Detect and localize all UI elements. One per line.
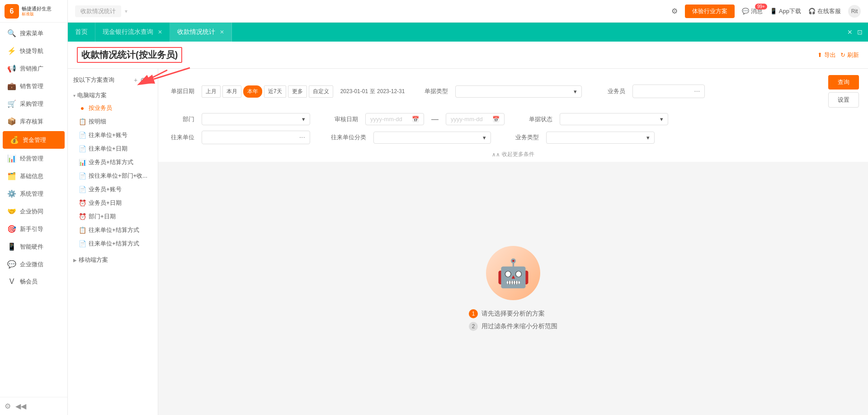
bill-status-label: 单据状态 xyxy=(525,115,552,123)
demo-button[interactable]: 体验行业方案 xyxy=(685,5,735,18)
more-dots-icon[interactable]: ··· xyxy=(694,87,700,95)
export-button[interactable]: ⬆ 导出 xyxy=(817,51,836,59)
date-btn-last-month[interactable]: 上月 xyxy=(202,85,221,98)
app-download-btn[interactable]: 📱 App下载 xyxy=(770,7,801,15)
list1-icon: 📋 xyxy=(79,226,86,234)
messages-area[interactable]: 💬 消息 99+ xyxy=(742,7,763,15)
salesperson-select[interactable]: ··· xyxy=(632,85,705,98)
scheme-item-by-salesperson[interactable]: ● 按业务员 xyxy=(68,101,158,115)
sidebar-item-sales[interactable]: 💼 销售管理 xyxy=(0,77,67,95)
dept-chevron-icon xyxy=(302,116,305,123)
sidebar-item-purchase[interactable]: 🛒 采购管理 xyxy=(0,95,67,113)
scheme-item-counterpart-dept[interactable]: 📄 按往来单位+部门+收... xyxy=(68,169,158,183)
review-date-to[interactable]: yyyy-mm-dd 📅 xyxy=(446,113,505,125)
date-btn-this-year[interactable]: 本年 xyxy=(243,85,262,98)
user-avatar[interactable]: Rit xyxy=(848,5,861,18)
scheme-item-counterpart-account[interactable]: 📄 往来单位+账号 xyxy=(68,128,158,142)
refresh-button[interactable]: ↻ 刷新 xyxy=(840,51,859,59)
breadcrumb-arrow-icon: ▾ xyxy=(125,8,127,14)
doc1-icon: 📄 xyxy=(79,132,86,139)
scheme-group-desktop-title[interactable]: ▾ 电脑端方案 xyxy=(68,90,158,101)
member-icon: V xyxy=(7,278,16,286)
dept-select[interactable] xyxy=(202,113,310,125)
sidebar-item-operation[interactable]: 📊 经营管理 xyxy=(0,150,67,167)
scheme-add-icon[interactable]: + xyxy=(134,76,137,84)
date-btn-more[interactable]: 更多 xyxy=(288,85,307,98)
chevron-right-icon: ▶ xyxy=(73,258,77,263)
clock2-icon: ⏰ xyxy=(79,213,86,220)
sidebar-item-system[interactable]: ⚙️ 系统管理 xyxy=(0,185,67,203)
scheme-item-counterpart-date[interactable]: 📄 往来单位+日期 xyxy=(68,142,158,156)
messages-badge: 99+ xyxy=(755,4,767,9)
scheme-settings-icon[interactable]: ⚙ xyxy=(140,76,146,84)
scheme-item-salesperson-settlement[interactable]: 📊 业务员+结算方式 xyxy=(68,156,158,169)
page-actions: ⬆ 导出 ↻ 刷新 xyxy=(817,51,859,59)
query-button[interactable]: 查询 xyxy=(828,75,859,90)
collapse-up-icon: ∧∧ xyxy=(492,151,500,158)
top-actions: ⚙ 体验行业方案 💬 消息 99+ 📱 App下载 🎧 在线客服 Rit xyxy=(671,5,861,18)
breadcrumb-area: 收款情况统计 ▾ xyxy=(75,5,666,17)
scheme-item-counterpart-settlement2[interactable]: 📄 往来单位+结算方式 xyxy=(68,237,158,250)
counterpart-cat-chevron-icon xyxy=(483,134,486,141)
biz-type-select[interactable] xyxy=(546,132,655,144)
tab-bank[interactable]: 现金银行流水查询 ✕ xyxy=(95,23,170,42)
tab-bar: 首页 现金银行流水查询 ✕ 收款情况统计 ✕ ✕ ⊡ xyxy=(68,23,868,42)
doc3-icon: 📄 xyxy=(79,172,86,179)
page-title: 收款情况统计(按业务员) xyxy=(77,47,182,63)
counterpart-category-label: 往来单位分类 xyxy=(331,133,366,141)
tab-receipt-close-icon[interactable]: ✕ xyxy=(220,29,224,35)
scheme-item-by-detail[interactable]: 📋 按明细 xyxy=(68,115,158,128)
review-date-from[interactable]: yyyy-mm-dd 📅 xyxy=(365,113,424,125)
review-date-label: 审核日期 xyxy=(331,115,358,123)
sidebar-item-newbie[interactable]: 🎯 新手引导 xyxy=(0,220,67,238)
sidebar-item-member[interactable]: V 畅会员 xyxy=(0,273,67,290)
search-icon: 🔍 xyxy=(7,29,16,38)
sidebar-item-search[interactable]: 🔍 搜索菜单 xyxy=(0,24,67,42)
date-btn-this-month[interactable]: 本月 xyxy=(222,85,241,98)
bill-status-select[interactable] xyxy=(560,113,668,125)
tab-home[interactable]: 首页 xyxy=(68,23,95,42)
inventory-icon: 📦 xyxy=(7,117,16,126)
scheme-item-salesperson-date[interactable]: ⏰ 业务员+日期 xyxy=(68,196,158,210)
scheme-group-mobile-title[interactable]: ▶ 移动端方案 xyxy=(68,254,158,266)
sidebar-item-marketing[interactable]: 📢 营销推广 xyxy=(0,60,67,77)
window-maximize-icon[interactable]: ⊡ xyxy=(857,28,863,36)
tab-bank-close-icon[interactable]: ✕ xyxy=(158,29,162,35)
doc2-icon: 📄 xyxy=(79,145,86,152)
sidebar-item-inventory[interactable]: 📦 库存核算 xyxy=(0,113,67,130)
sidebar-settings-icon[interactable]: ⚙ xyxy=(5,402,11,410)
window-close-icon[interactable]: ✕ xyxy=(847,28,853,36)
tip2-number: 2 xyxy=(469,322,478,331)
settings-button[interactable]: 设置 xyxy=(828,92,859,108)
date-range-display: 2023-01-01 至 2023-12-31 xyxy=(340,88,405,95)
scheme-item-dept-date[interactable]: ⏰ 部门+日期 xyxy=(68,210,158,223)
capital-icon: 💰 xyxy=(10,136,19,144)
online-service-btn[interactable]: 🎧 在线客服 xyxy=(808,7,841,15)
collapse-button[interactable]: ∧∧ 收起更多条件 xyxy=(158,147,868,162)
tab-receipt[interactable]: 收款情况统计 ✕ xyxy=(170,23,232,42)
scheme-item-counterpart-settlement1[interactable]: 📋 往来单位+结算方式 xyxy=(68,223,158,237)
bill-type-select[interactable] xyxy=(455,85,582,98)
scheme-collapse-icon[interactable]: « xyxy=(149,76,152,84)
sidebar-item-quicknav[interactable]: ⚡ 快捷导航 xyxy=(0,42,67,60)
sidebar-item-basic[interactable]: 🗂️ 基础信息 xyxy=(0,167,67,185)
counterpart-dots-icon[interactable]: ··· xyxy=(299,133,305,141)
scheme-group-mobile: ▶ 移动端方案 xyxy=(68,252,158,268)
main-area: 收款情况统计 ▾ ⚙ 体验行业方案 💬 消息 99+ 📱 App下载 🎧 在线客… xyxy=(68,0,868,415)
scheme-item-salesperson-account[interactable]: 📄 业务员+账号 xyxy=(68,183,158,196)
counterpart-category-select[interactable] xyxy=(373,132,491,144)
date-btn-custom[interactable]: 自定义 xyxy=(309,85,333,98)
salesperson-label: 业务员 xyxy=(598,87,625,95)
date-btn-7days[interactable]: 近7天 xyxy=(264,85,286,98)
top-header: 收款情况统计 ▾ ⚙ 体验行业方案 💬 消息 99+ 📱 App下载 🎧 在线客… xyxy=(68,0,868,23)
counterpart-select[interactable]: ··· xyxy=(202,131,310,144)
wechat-icon: 💬 xyxy=(7,260,16,269)
sidebar-collapse-icon[interactable]: ◀◀ xyxy=(15,402,26,410)
header-gear-icon[interactable]: ⚙ xyxy=(671,7,678,15)
sidebar-item-capital[interactable]: 💰 资金管理 xyxy=(3,131,65,149)
sales-icon: 💼 xyxy=(7,82,16,90)
dept-label: 部门 xyxy=(167,115,194,123)
sidebar-item-hardware[interactable]: 📱 智能硬件 xyxy=(0,238,67,255)
sidebar-item-enterprise[interactable]: 🤝 企业协同 xyxy=(0,203,67,220)
sidebar-item-wechat[interactable]: 💬 企业微信 xyxy=(0,255,67,273)
